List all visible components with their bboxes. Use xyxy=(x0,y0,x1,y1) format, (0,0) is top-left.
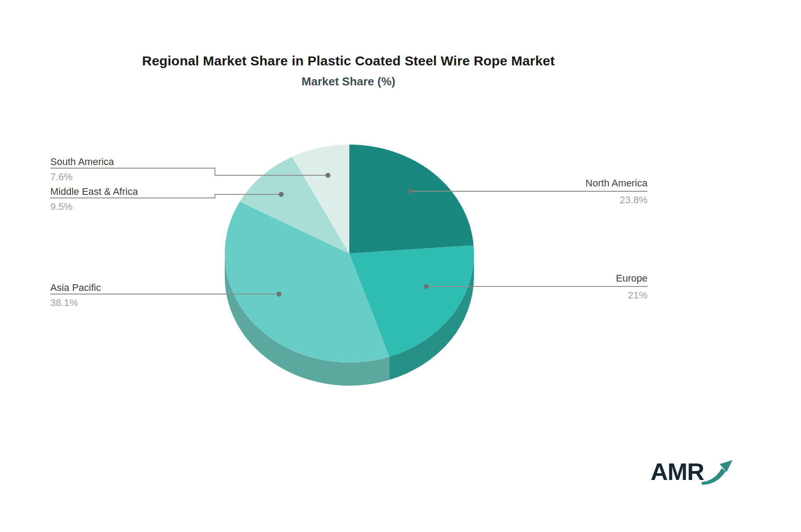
pie-slice-north-america[interactable] xyxy=(349,145,473,254)
label-north-america-value: 23.8% xyxy=(620,194,647,206)
chart-area: Regional Market Share in Plastic Coated … xyxy=(0,0,801,532)
label-asia-pacific-name: Asia Pacific xyxy=(50,282,101,294)
label-asia-pacific: Asia Pacific 38.1% xyxy=(50,282,101,309)
label-north-america: North America 23.8% xyxy=(586,177,647,206)
label-europe-value: 21% xyxy=(628,290,647,301)
connector-dot-south-america xyxy=(326,173,331,178)
label-asia-pacific-value: 38.1% xyxy=(50,297,78,309)
label-europe: Europe 21% xyxy=(616,273,647,301)
label-middle-east-africa: Middle East & Africa 9.5% xyxy=(50,186,138,213)
connector-dot-europe xyxy=(424,284,429,289)
label-south-america-name: South America xyxy=(50,156,114,168)
label-middle-east-africa-value: 9.5% xyxy=(50,201,73,213)
chart-title: Regional Market Share in Plastic Coated … xyxy=(0,53,697,69)
growth-arrow-icon xyxy=(701,459,733,488)
label-north-america-name: North America xyxy=(586,177,647,189)
label-middle-east-africa-name: Middle East & Africa xyxy=(50,186,138,197)
connector-dot-middle-east-africa xyxy=(279,192,284,197)
amr-logo-text: AMR xyxy=(651,458,704,485)
connector-dot-asia-pacific xyxy=(277,292,282,297)
label-south-america-value: 7.6% xyxy=(50,171,73,183)
chart-subtitle: Market Share (%) xyxy=(0,75,697,89)
amr-logo: AMR xyxy=(651,458,733,488)
connector-dot-north-america xyxy=(408,189,413,194)
label-europe-name: Europe xyxy=(616,273,647,284)
label-south-america: South America 7.6% xyxy=(50,156,114,183)
